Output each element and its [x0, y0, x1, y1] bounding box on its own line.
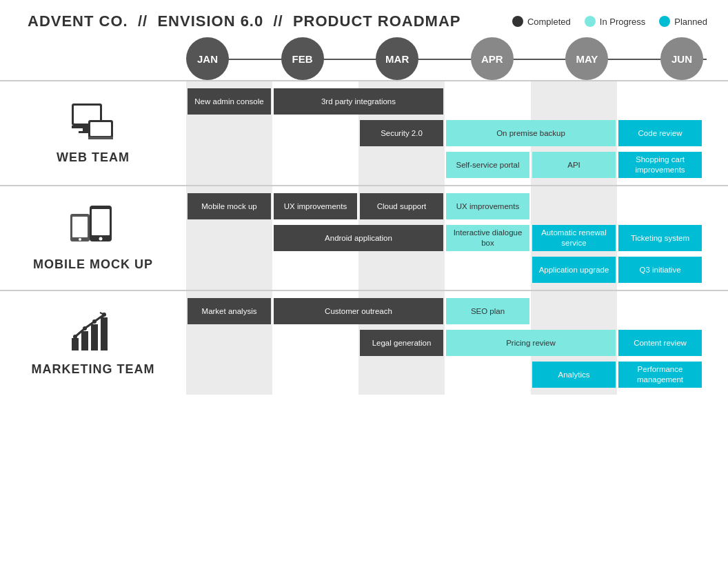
- legend: Completed In Progress Planned: [512, 16, 707, 27]
- cell-0-2-1: [272, 150, 358, 179]
- task-row-2-2: AnalyticsPerformance management: [186, 360, 728, 389]
- task-card: 3rd party integrations: [274, 88, 443, 115]
- cell-2-2-3: [445, 360, 531, 389]
- task-card: UX improvements: [446, 193, 529, 219]
- svg-point-13: [79, 238, 81, 241]
- task-row-2-0: Market analysisCustomer outreachSEO plan: [186, 297, 728, 326]
- cell-1-1-3: Automatic renewal service: [531, 224, 617, 253]
- company-name: ADVENT CO.: [28, 12, 128, 30]
- cell-1-0-0: Mobile mock up: [186, 192, 272, 221]
- cell-1-1-0: [186, 224, 272, 253]
- cell-2-1-3: Pricing review: [445, 328, 617, 357]
- section-name: PRODUCT ROADMAP: [293, 12, 461, 30]
- task-card: API: [532, 152, 616, 178]
- cell-0-2-0: [186, 150, 272, 179]
- cell-2-2-0: [186, 360, 272, 389]
- cell-0-0-3: [531, 87, 617, 116]
- svg-point-10: [99, 237, 103, 240]
- cell-0-1-0: [186, 119, 272, 148]
- svg-rect-14: [72, 338, 79, 350]
- svg-point-18: [73, 335, 77, 339]
- task-card: Market analysis: [188, 298, 271, 324]
- task-card: On premise backup: [446, 120, 616, 146]
- cell-2-0-3: [531, 297, 617, 326]
- task-row-1-1: Android applicationInteractive dialogue …: [186, 224, 728, 253]
- task-card: Performance management: [618, 362, 702, 388]
- cell-0-0-1: 3rd party integrations: [272, 87, 445, 116]
- team-label-0: WEB TEAM: [0, 81, 186, 185]
- cell-2-0-1: Customer outreach: [272, 297, 445, 326]
- cell-0-2-4: API: [531, 150, 617, 179]
- page-title: ADVENT CO. // ENVISION 6.0 // PRODUCT RO…: [28, 12, 461, 30]
- task-card: Shopping cart improvements: [618, 152, 702, 178]
- task-card: Ticketing system: [618, 225, 702, 251]
- cell-0-1-3: On premise backup: [445, 119, 617, 148]
- cell-0-0-0: New admin console: [186, 87, 272, 116]
- team-label-1: MOBILE MOCK UP: [0, 186, 186, 290]
- svg-rect-12: [72, 217, 88, 237]
- months-circles: JAN FEB MAR APR MAY JUN: [186, 37, 703, 80]
- cell-1-2-1: [272, 255, 358, 284]
- legend-inprogress: In Progress: [585, 16, 645, 27]
- cell-1-2-0: [186, 255, 272, 284]
- legend-completed: Completed: [512, 16, 571, 27]
- product-name: ENVISION 6.0: [157, 12, 263, 30]
- cell-2-1-1: [272, 328, 358, 357]
- tasks-area-2: Market analysisCustomer outreachSEO plan…: [186, 291, 728, 395]
- cell-1-1-1: Android application: [272, 224, 445, 253]
- task-card: Legal generation: [360, 330, 443, 356]
- cell-0-2-2: [358, 150, 445, 179]
- page-header: ADVENT CO. // ENVISION 6.0 // PRODUCT RO…: [0, 0, 728, 37]
- cell-1-0-5: [617, 192, 703, 221]
- tasks-inner-2: Market analysisCustomer outreachSEO plan…: [186, 291, 728, 395]
- team-name-0: WEB TEAM: [57, 150, 130, 166]
- cell-1-2-3: [445, 255, 531, 284]
- svg-rect-17: [101, 317, 108, 350]
- cell-2-0-2: SEO plan: [445, 297, 531, 326]
- task-card: UX improvements: [274, 193, 357, 219]
- task-card: Mobile mock up: [188, 193, 271, 219]
- cell-1-2-4: Application upgrade: [531, 255, 617, 284]
- task-card: Pricing review: [446, 330, 616, 356]
- team-section-2: MARKETING TEAMMarket analysisCustomer ou…: [0, 290, 728, 395]
- cell-1-0-4: [531, 192, 617, 221]
- team-section-0: WEB TEAMNew admin console3rd party integ…: [0, 80, 728, 185]
- planned-label: Planned: [674, 17, 707, 27]
- legend-planned: Planned: [659, 16, 707, 27]
- svg-rect-16: [91, 324, 98, 350]
- month-jun: JUN: [660, 37, 703, 80]
- month-mar: MAR: [376, 37, 418, 80]
- task-card: SEO plan: [446, 298, 529, 324]
- inprogress-label: In Progress: [600, 17, 645, 27]
- task-row-0-1: Security 2.0On premise backupCode review: [186, 119, 728, 148]
- divider2: //: [273, 12, 283, 30]
- task-card: Automatic renewal service: [532, 225, 616, 251]
- cell-2-2-4: Analytics: [531, 360, 617, 389]
- task-row-0-2: Self-service portalAPIShopping cart impr…: [186, 150, 728, 179]
- divider1: //: [138, 12, 148, 30]
- tasks-inner-1: Mobile mock upUX improvementsCloud suppo…: [186, 186, 728, 290]
- task-card: New admin console: [188, 88, 271, 115]
- cell-2-0-0: Market analysis: [186, 297, 272, 326]
- completed-dot: [512, 16, 523, 27]
- task-row-1-0: Mobile mock upUX improvementsCloud suppo…: [186, 192, 728, 221]
- cell-1-1-2: Interactive dialogue box: [445, 224, 531, 253]
- task-card: Interactive dialogue box: [446, 225, 529, 251]
- planned-dot: [659, 16, 670, 27]
- svg-rect-6: [90, 122, 111, 136]
- team-section-1: MOBILE MOCK UPMobile mock upUX improveme…: [0, 185, 728, 290]
- task-card: Q3 initiative: [618, 257, 702, 283]
- svg-point-19: [83, 326, 87, 330]
- task-card: Security 2.0: [360, 120, 443, 146]
- cell-0-2-5: Shopping cart improvements: [617, 150, 703, 179]
- task-card: Android application: [274, 225, 443, 251]
- cell-1-1-4: Ticketing system: [617, 224, 703, 253]
- cell-0-0-2: [445, 87, 531, 116]
- svg-rect-15: [81, 331, 88, 350]
- cell-1-0-2: Cloud support: [358, 192, 445, 221]
- month-apr: APR: [471, 37, 514, 80]
- cell-0-1-1: [272, 119, 358, 148]
- cell-2-2-1: [272, 360, 358, 389]
- task-card: Self-service portal: [446, 152, 529, 178]
- inprogress-dot: [585, 16, 596, 27]
